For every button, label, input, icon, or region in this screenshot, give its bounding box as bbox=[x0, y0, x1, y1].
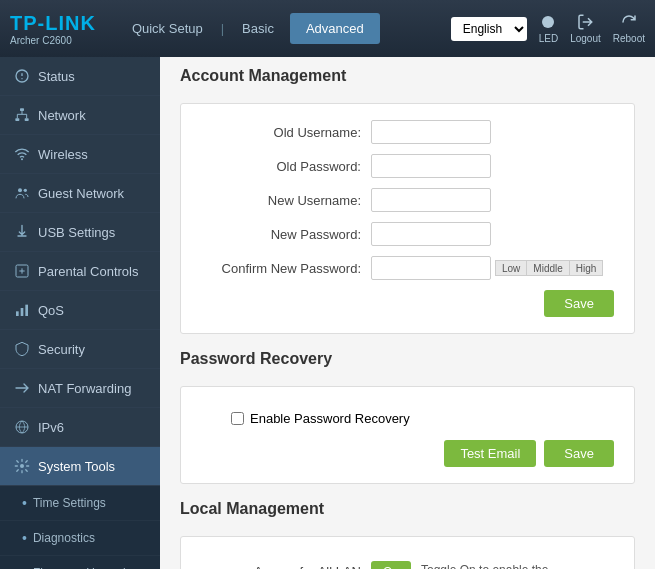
password-recovery-box: Enable Password Recovery Test Email Save bbox=[180, 386, 635, 484]
sidebar-item-wireless[interactable]: Wireless bbox=[0, 135, 160, 174]
svg-point-12 bbox=[18, 188, 22, 192]
sidebar-label-nat-forwarding: NAT Forwarding bbox=[38, 381, 131, 396]
sidebar-label-network: Network bbox=[38, 108, 86, 123]
sidebar-item-parental-controls[interactable]: Parental Controls bbox=[0, 252, 160, 291]
old-password-row: Old Password: bbox=[201, 154, 614, 178]
password-recovery-title: Password Recovery bbox=[180, 350, 635, 374]
sidebar-label-usb-settings: USB Settings bbox=[38, 225, 115, 240]
nav-quick-setup[interactable]: Quick Setup bbox=[116, 13, 219, 44]
recovery-save-button[interactable]: Save bbox=[544, 440, 614, 467]
sidebar-item-qos[interactable]: QoS bbox=[0, 291, 160, 330]
confirm-password-input[interactable] bbox=[371, 256, 491, 280]
old-password-input[interactable] bbox=[371, 154, 491, 178]
nav-basic[interactable]: Basic bbox=[226, 13, 290, 44]
sidebar-label-system-tools: System Tools bbox=[38, 459, 115, 474]
account-management-box: Old Username: Old Password: New Username… bbox=[180, 103, 635, 334]
logout-icon-btn[interactable]: Logout bbox=[570, 13, 601, 44]
sidebar-item-ipv6[interactable]: IPv6 bbox=[0, 408, 160, 447]
sidebar-sublabel-diagnostics: Diagnostics bbox=[33, 531, 95, 545]
layout: Status Network Wireless Guest Network US… bbox=[0, 57, 655, 569]
svg-point-13 bbox=[24, 189, 27, 192]
enable-recovery-label: Enable Password Recovery bbox=[250, 411, 410, 426]
local-management-box: Access for All LANConnected Devices: On … bbox=[180, 536, 635, 569]
svg-point-3 bbox=[21, 78, 22, 79]
strength-low: Low bbox=[496, 261, 527, 275]
old-username-label: Old Username: bbox=[201, 125, 371, 140]
sidebar-subitem-firmware-upgrade[interactable]: • Firmware Upgrade bbox=[0, 556, 160, 569]
svg-rect-5 bbox=[15, 118, 19, 121]
new-username-input[interactable] bbox=[371, 188, 491, 212]
sidebar-item-network[interactable]: Network bbox=[0, 96, 160, 135]
account-management-title: Account Management bbox=[180, 67, 635, 91]
svg-point-0 bbox=[542, 16, 554, 28]
access-all-lan-label: Access for All LANConnected Devices: bbox=[201, 561, 371, 569]
strength-middle: Middle bbox=[527, 261, 569, 275]
header: TP-LINK Archer C2600 Quick Setup | Basic… bbox=[0, 0, 655, 57]
svg-rect-15 bbox=[16, 311, 19, 316]
new-password-input[interactable] bbox=[371, 222, 491, 246]
password-strength: Low Middle High bbox=[495, 260, 603, 276]
local-management-desc: Toggle On to enable the management for a… bbox=[421, 561, 614, 569]
new-username-label: New Username: bbox=[201, 193, 371, 208]
svg-rect-6 bbox=[25, 118, 29, 121]
sidebar-label-wireless: Wireless bbox=[38, 147, 88, 162]
sidebar-item-guest-network[interactable]: Guest Network bbox=[0, 174, 160, 213]
sidebar-label-ipv6: IPv6 bbox=[38, 420, 64, 435]
nav-advanced[interactable]: Advanced bbox=[290, 13, 380, 44]
sidebar-subitem-time-settings[interactable]: • Time Settings bbox=[0, 486, 160, 521]
logo-model: Archer C2600 bbox=[10, 35, 96, 46]
reboot-icon-btn[interactable]: Reboot bbox=[613, 13, 645, 44]
local-management-title: Local Management bbox=[180, 500, 635, 524]
language-select[interactable]: English bbox=[451, 17, 527, 41]
sidebar: Status Network Wireless Guest Network US… bbox=[0, 57, 160, 569]
sidebar-item-status[interactable]: Status bbox=[0, 57, 160, 96]
local-management-row: Access for All LANConnected Devices: On … bbox=[201, 561, 614, 569]
new-username-row: New Username: bbox=[201, 188, 614, 212]
nav-links: Quick Setup | Basic Advanced bbox=[116, 13, 451, 44]
svg-rect-16 bbox=[21, 308, 24, 316]
confirm-password-label: Confirm New Password: bbox=[201, 261, 371, 276]
old-username-row: Old Username: bbox=[201, 120, 614, 144]
enable-recovery-checkbox[interactable] bbox=[231, 412, 244, 425]
svg-point-19 bbox=[20, 464, 24, 468]
strength-high: High bbox=[570, 261, 603, 275]
confirm-password-row: Confirm New Password: Low Middle High bbox=[201, 256, 614, 280]
sidebar-item-nat-forwarding[interactable]: NAT Forwarding bbox=[0, 369, 160, 408]
recovery-btn-row: Test Email Save bbox=[201, 440, 614, 467]
main-content: Account Management Old Username: Old Pas… bbox=[160, 57, 655, 569]
new-password-label: New Password: bbox=[201, 227, 371, 242]
enable-recovery-row: Enable Password Recovery bbox=[231, 411, 614, 426]
account-save-row: Save bbox=[201, 290, 614, 317]
old-username-input[interactable] bbox=[371, 120, 491, 144]
sidebar-label-guest-network: Guest Network bbox=[38, 186, 124, 201]
sidebar-item-security[interactable]: Security bbox=[0, 330, 160, 369]
account-save-button[interactable]: Save bbox=[544, 290, 614, 317]
logo-tp-link: TP-LINK bbox=[10, 12, 96, 35]
sidebar-sublabel-time-settings: Time Settings bbox=[33, 496, 106, 510]
sidebar-item-system-tools[interactable]: System Tools bbox=[0, 447, 160, 486]
new-password-row: New Password: bbox=[201, 222, 614, 246]
svg-rect-17 bbox=[25, 305, 28, 316]
led-icon-btn[interactable]: LED bbox=[539, 13, 558, 44]
sidebar-subitem-diagnostics[interactable]: • Diagnostics bbox=[0, 521, 160, 556]
sidebar-label-security: Security bbox=[38, 342, 85, 357]
local-management-toggle[interactable]: On bbox=[371, 561, 411, 569]
logo-area: TP-LINK Archer C2600 bbox=[10, 12, 96, 46]
sidebar-label-parental-controls: Parental Controls bbox=[38, 264, 138, 279]
sidebar-label-status: Status bbox=[38, 69, 75, 84]
old-password-label: Old Password: bbox=[201, 159, 371, 174]
header-right: English LED Logout Reboot bbox=[451, 13, 645, 44]
sidebar-item-usb-settings[interactable]: USB Settings bbox=[0, 213, 160, 252]
sidebar-label-qos: QoS bbox=[38, 303, 64, 318]
sidebar-subitems: • Time Settings • Diagnostics • Firmware… bbox=[0, 486, 160, 569]
svg-rect-4 bbox=[20, 108, 24, 111]
svg-point-11 bbox=[21, 158, 23, 160]
test-email-button[interactable]: Test Email bbox=[444, 440, 536, 467]
